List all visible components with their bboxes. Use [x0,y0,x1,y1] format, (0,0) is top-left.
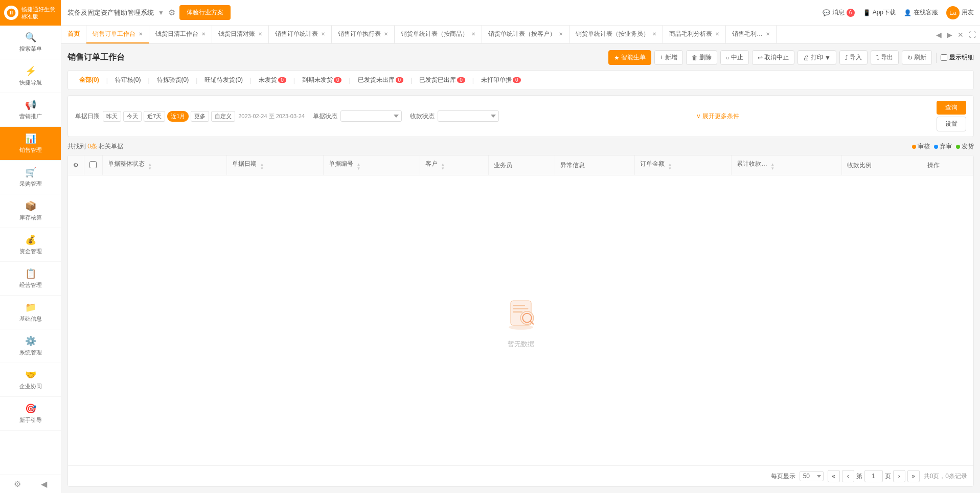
last-page-btn[interactable]: » [907,470,920,482]
table-scroll[interactable]: ⚙ 单据整体状态 ▲ ▼ [68,155,973,465]
tab-sales-customer-stats[interactable]: 销货单统计表（按客户） ✕ [482,26,569,43]
tab-close-icon[interactable]: ✕ [652,31,656,37]
solution-button[interactable]: 体验行业方案 [179,5,231,20]
app-download-btn[interactable]: 📱 App下载 [863,8,896,17]
tab-close-icon[interactable]: ✕ [139,31,143,37]
review-action-btn[interactable]: 审核 [912,142,930,151]
tab-close-icon[interactable]: ✕ [384,31,388,37]
col-sort-icon[interactable]: ▲ ▼ [770,163,774,171]
cancel-stop-button[interactable]: ↩ 取消中止 [752,50,794,65]
tab-sales-salesperson-stats[interactable]: 销货单统计表（按业务员） ✕ [569,26,663,43]
tab-close-icon[interactable]: ✕ [715,31,719,37]
date-7days-btn[interactable]: 近7天 [144,111,165,122]
tab-home[interactable]: 首页 [61,26,86,43]
settings-icon[interactable]: ⚙ [168,8,175,17]
expand-filter-btn[interactable]: ∨ 展开更多条件 [696,112,739,121]
next-page-btn[interactable]: › [893,470,905,482]
date-1month-btn[interactable]: 近1月 [167,111,189,122]
tab-cash-daily[interactable]: 钱货日清工作台 ✕ [149,26,212,43]
tab-product-margin[interactable]: 商品毛利分析表 ✕ [663,26,726,43]
import-button[interactable]: ⤴ 导入 [839,50,868,65]
print-button[interactable]: 🖨 打印 ▼ [797,50,836,65]
col-sort-icon[interactable]: ▲ ▼ [260,163,264,171]
online-service-btn[interactable]: 👤 在线客服 [904,8,938,17]
add-button[interactable]: + 新增 [654,50,683,65]
subtab-all[interactable]: 全部(0) [73,74,105,86]
tab-close-icon[interactable]: ✕ [201,31,206,37]
show-details-checkbox[interactable] [941,54,947,61]
sidebar-item-operations[interactable]: 📋 经营管理 [0,262,61,296]
subtab-wangpu-ship[interactable]: 旺铺待发货(0) [198,74,249,86]
date-yesterday-btn[interactable]: 昨天 [103,111,121,122]
query-button[interactable]: 查询 [937,101,966,115]
subtab-overdue-not-shipped[interactable]: 到期未发货 0 [296,74,348,86]
user-menu[interactable]: Ea 用友 [946,6,974,19]
prev-page-btn[interactable]: ‹ [842,470,854,482]
subtab-not-shipped[interactable]: 未发货 0 [253,74,292,86]
tab-cash-reconcile[interactable]: 钱货日清对账 ✕ [212,26,269,43]
date-custom-btn[interactable]: 自定义 [211,111,235,122]
delete-button[interactable]: 🗑 删除 [686,50,717,65]
tab-close-icon[interactable]: ✕ [766,31,770,37]
sidebar-item-sales[interactable]: 📊 销售管理 [0,127,61,161]
tab-close-icon[interactable]: ✕ [471,31,475,37]
set-button[interactable]: 设置 [937,117,966,131]
subtab-shipped-not-out[interactable]: 已发货未出库 0 [352,74,410,86]
col-sort-icon[interactable]: ▲ ▼ [356,163,360,171]
tab-close-icon[interactable]: ✕ [258,31,262,37]
subtab-not-printed[interactable]: 未打印单据 0 [475,74,527,86]
system-dropdown-icon[interactable]: ▼ [158,9,164,16]
tab-close-icon[interactable]: ✕ [321,31,325,37]
tab-sales-product-stats[interactable]: 销货单统计表（按商品） ✕ [395,26,482,43]
show-details-label: 显示明细 [949,53,974,62]
subtab-pending-review[interactable]: 待审核(0) [109,74,147,86]
payment-select[interactable] [438,110,499,122]
col-sort-icon[interactable]: ▲ ▼ [441,163,445,171]
ship-action-btn[interactable]: 发货 [956,142,974,151]
tab-fullscreen-btn[interactable]: ⛶ [967,30,978,40]
column-settings-icon[interactable]: ⚙ [73,162,79,169]
tab-sales-exec[interactable]: 销售订单执行表 ✕ [332,26,395,43]
tab-close-all-btn[interactable]: ✕ [955,30,966,40]
sidebar-item-search[interactable]: 🔍 搜索菜单 [0,26,61,59]
sidebar-item-system[interactable]: ⚙️ 系统管理 [0,329,61,363]
stop-button[interactable]: ○ 中止 [720,50,749,65]
tab-close-icon[interactable]: ✕ [559,31,563,37]
service-icon: 👤 [904,9,911,16]
message-btn[interactable]: 💬 消息 6 [823,8,855,17]
show-details-toggle[interactable]: 显示明细 [941,53,974,62]
sidebar-item-inventory[interactable]: 📦 库存核算 [0,194,61,228]
status-select[interactable] [340,110,402,122]
date-today-btn[interactable]: 今天 [123,111,142,122]
tab-next-btn[interactable]: ▶ [945,30,954,40]
tab-sales-margin[interactable]: 销售毛利… ✕ [726,26,777,43]
per-page-select[interactable]: 10 20 50 100 [800,471,824,481]
col-sort-icon[interactable]: ▲ ▼ [148,163,152,171]
workbench-header: 销售订单工作台 ★ 智能生单 + 新增 🗑 删除 ○ 中止 ↩ 取消中止 [67,50,974,65]
sidebar-item-marketing[interactable]: 📢 营销推广 [0,93,61,127]
sidebar-item-quicknav[interactable]: ⚡ 快捷导航 [0,59,61,93]
smart-create-button[interactable]: ★ 智能生单 [608,50,651,65]
tab-sales-workbench[interactable]: 销售订单工作台 ✕ [86,26,149,43]
col-sort-icon[interactable]: ▲ ▼ [668,163,672,171]
tab-sales-stats[interactable]: 销售订单统计表 ✕ [269,26,332,43]
page-input[interactable] [864,470,883,482]
subtab-pending-pick[interactable]: 待拣验货(0) [151,74,195,86]
unreview-action-btn[interactable]: 弃审 [934,142,952,151]
sidebar-item-collab[interactable]: 🤝 企业协同 [0,363,61,397]
sidebar-item-guide[interactable]: 🎯 新手引导 [0,397,61,431]
refresh-button[interactable]: ↻ 刷新 [902,50,932,65]
subtab-shipped-out[interactable]: 已发货已出库 0 [413,74,471,86]
tab-prev-btn[interactable]: ◀ [934,30,944,40]
sidebar-item-purchase[interactable]: 🛒 采购管理 [0,161,61,194]
sidebar-item-finance[interactable]: 💰 资金管理 [0,228,61,262]
first-page-btn[interactable]: « [828,470,840,482]
date-more-btn[interactable]: 更多 [191,111,209,122]
settings-btn[interactable]: ⚙ [14,479,21,489]
export-button[interactable]: ⤵ 导出 [871,50,899,65]
system-icon: ⚙️ [25,335,36,347]
th-cumulative-payment: 累计收款… ▲ ▼ [731,155,841,175]
select-all-checkbox[interactable] [89,161,97,168]
sidebar-item-basic-info[interactable]: 📁 基础信息 [0,296,61,329]
collapse-btn[interactable]: ◀ [41,479,47,489]
